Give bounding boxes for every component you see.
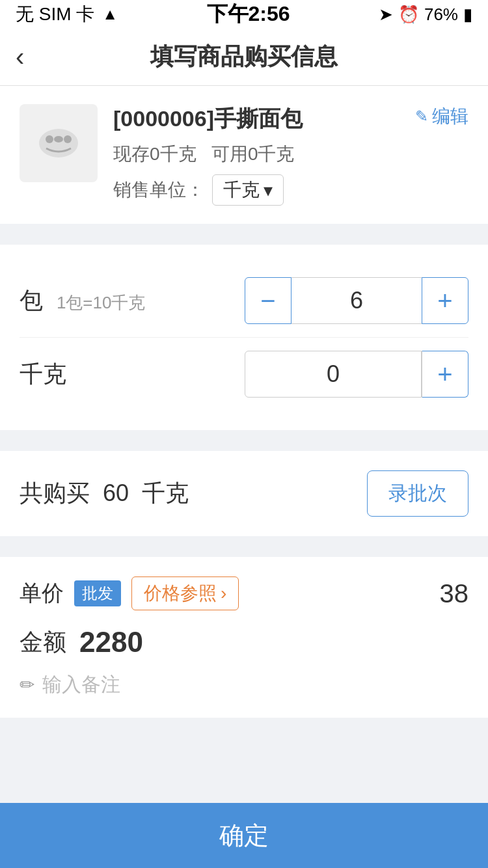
price-section: 单价 批发 价格参照 › 38 金额 2280 ✏ 输入备注 bbox=[0, 557, 488, 718]
separator-2 bbox=[0, 441, 488, 451]
battery-text: 76% bbox=[424, 5, 458, 25]
price-tag: 批发 bbox=[74, 580, 121, 606]
qty-plus-kg[interactable]: + bbox=[422, 351, 468, 398]
price-value: 38 bbox=[440, 579, 469, 608]
wifi-icon: ▲ bbox=[102, 5, 118, 23]
page-title: 填写商品购买信息 bbox=[150, 41, 338, 73]
product-name: [0000006]手撕面包 bbox=[113, 104, 303, 134]
separator-1 bbox=[0, 234, 488, 245]
remark-placeholder[interactable]: 输入备注 bbox=[42, 671, 120, 698]
alarm-icon: ⏰ bbox=[398, 5, 419, 25]
quantity-row-kg: 千克 + bbox=[20, 338, 468, 411]
qty-label-kg: 千克 bbox=[20, 359, 66, 390]
status-time: 下午2:56 bbox=[207, 0, 290, 29]
summary-section: 共购买 60 千克 录批次 bbox=[0, 451, 488, 536]
qty-input-bao[interactable] bbox=[291, 277, 422, 324]
price-ref-button[interactable]: 价格参照 › bbox=[131, 576, 239, 610]
status-right: ➤ ⏰ 76% ▮ bbox=[379, 5, 472, 25]
svg-point-2 bbox=[64, 135, 72, 143]
unit-select[interactable]: 千克 ▾ bbox=[212, 174, 284, 206]
location-icon: ➤ bbox=[379, 5, 393, 25]
carrier-text: 无 SIM 卡 bbox=[16, 2, 94, 27]
nav-bar: ‹ 填写商品购买信息 bbox=[0, 29, 488, 86]
qty-input-kg[interactable] bbox=[245, 351, 422, 398]
price-label: 单价 bbox=[20, 578, 64, 608]
summary-text: 共购买 60 千克 bbox=[20, 478, 189, 509]
batch-button[interactable]: 录批次 bbox=[367, 470, 468, 517]
svg-point-3 bbox=[54, 136, 63, 142]
edit-button[interactable]: ✎ 编辑 bbox=[415, 104, 468, 129]
product-info: [0000006]手撕面包 ✎ 编辑 现存0千克 可用0千克 销售单位： 千克 … bbox=[113, 104, 468, 206]
amount-row: 金额 2280 bbox=[20, 626, 468, 658]
battery-icon: ▮ bbox=[463, 5, 472, 25]
qty-minus-bao[interactable]: − bbox=[245, 277, 291, 324]
confirm-button[interactable]: 确定 bbox=[0, 803, 488, 868]
product-card: [0000006]手撕面包 ✎ 编辑 现存0千克 可用0千克 销售单位： 千克 … bbox=[0, 86, 488, 224]
quantity-section: 包 1包=10千克 − + 千克 + bbox=[0, 245, 488, 430]
separator-3 bbox=[0, 547, 488, 557]
quantity-row-bao: 包 1包=10千克 − + bbox=[20, 264, 468, 338]
product-unit: 销售单位： 千克 ▾ bbox=[113, 174, 468, 206]
remark-row[interactable]: ✏ 输入备注 bbox=[20, 671, 468, 698]
qty-plus-bao[interactable]: + bbox=[422, 277, 468, 324]
qty-label-bao: 包 1包=10千克 bbox=[20, 285, 145, 317]
qty-controls-kg: + bbox=[245, 351, 468, 398]
price-row: 单价 批发 价格参照 › 38 bbox=[20, 576, 468, 610]
svg-point-0 bbox=[39, 129, 78, 157]
product-stock: 现存0千克 可用0千克 bbox=[113, 142, 468, 167]
back-button[interactable]: ‹ bbox=[16, 42, 24, 72]
summary-amount: 60 bbox=[103, 480, 129, 506]
qty-controls-bao: − + bbox=[245, 277, 468, 324]
pencil-icon: ✏ bbox=[20, 674, 34, 696]
product-thumbnail bbox=[20, 104, 98, 182]
status-bar: 无 SIM 卡 ▲ 下午2:56 ➤ ⏰ 76% ▮ bbox=[0, 0, 488, 29]
amount-label: 金额 bbox=[20, 627, 66, 658]
amount-value: 2280 bbox=[79, 626, 143, 658]
svg-point-1 bbox=[46, 135, 53, 143]
status-left: 无 SIM 卡 ▲ bbox=[16, 2, 118, 27]
